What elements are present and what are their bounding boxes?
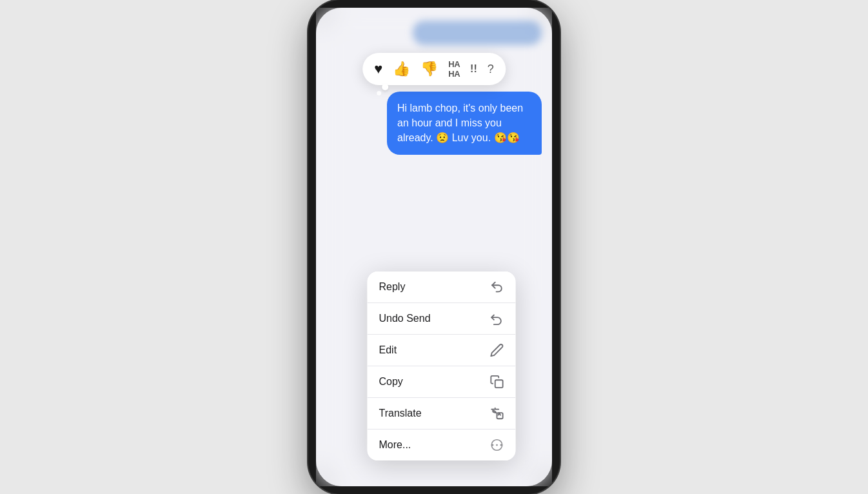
reaction-bar: ♥ 👍 👎 HAHA !! ? bbox=[362, 53, 506, 85]
menu-label-more: More... bbox=[379, 439, 411, 451]
svg-point-3 bbox=[496, 444, 498, 446]
message-bubble: Hi lamb chop, it's only been an hour and… bbox=[387, 92, 542, 155]
menu-item-translate[interactable]: Translate bbox=[368, 398, 516, 430]
copy-icon bbox=[490, 375, 504, 389]
reply-icon bbox=[490, 280, 504, 294]
translate-icon bbox=[490, 406, 504, 420]
menu-label-edit: Edit bbox=[379, 344, 397, 356]
blurred-message-bubble bbox=[413, 21, 542, 45]
phone-screen: ♥ 👍 👎 HAHA !! ? Hi lamb chop, it's only … bbox=[316, 8, 552, 486]
reaction-heart-icon[interactable]: ♥ bbox=[374, 61, 382, 77]
reaction-tail-small bbox=[377, 91, 381, 95]
message-text: Hi lamb chop, it's only been an hour and… bbox=[397, 103, 523, 143]
menu-item-copy[interactable]: Copy bbox=[368, 366, 516, 398]
edit-icon bbox=[490, 343, 504, 357]
reaction-tail-large bbox=[382, 84, 388, 90]
reaction-thumbsdown-icon[interactable]: 👎 bbox=[420, 61, 438, 77]
context-menu: Reply Undo Send Edit bbox=[368, 272, 516, 460]
menu-item-edit[interactable]: Edit bbox=[368, 335, 516, 366]
messages-area: ♥ 👍 👎 HAHA !! ? Hi lamb chop, it's only … bbox=[316, 8, 552, 486]
reaction-exclaim-icon[interactable]: !! bbox=[470, 63, 477, 75]
reaction-question-icon[interactable]: ? bbox=[488, 63, 494, 76]
reaction-thumbsup-icon[interactable]: 👍 bbox=[393, 61, 410, 77]
undo-icon bbox=[490, 311, 504, 326]
menu-label-copy: Copy bbox=[379, 376, 403, 388]
svg-rect-0 bbox=[495, 380, 503, 388]
menu-item-more[interactable]: More... bbox=[368, 430, 516, 460]
menu-item-undo-send[interactable]: Undo Send bbox=[368, 303, 516, 335]
reaction-haha-icon[interactable]: HAHA bbox=[448, 59, 460, 79]
menu-label-reply: Reply bbox=[379, 281, 406, 293]
menu-item-reply[interactable]: Reply bbox=[368, 272, 516, 303]
menu-label-translate: Translate bbox=[379, 408, 422, 419]
phone-frame: ♥ 👍 👎 HAHA !! ? Hi lamb chop, it's only … bbox=[308, 0, 560, 494]
menu-label-undo-send: Undo Send bbox=[379, 313, 431, 324]
more-icon bbox=[490, 438, 504, 452]
